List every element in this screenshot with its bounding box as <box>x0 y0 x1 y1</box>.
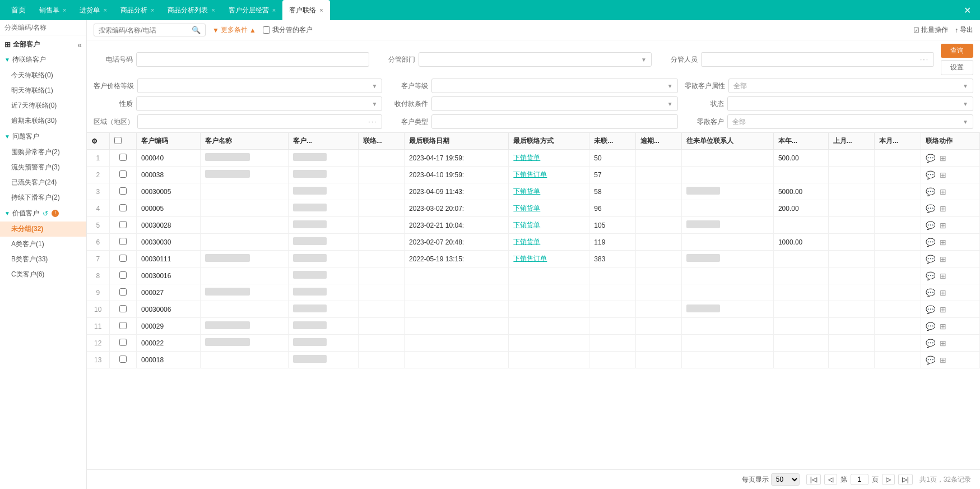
col-contact-person[interactable]: 往来单位联系人 <box>682 133 773 150</box>
row-checkbox[interactable] <box>119 288 127 296</box>
message-icon[interactable]: 💬 <box>926 221 935 230</box>
grid-action-icon[interactable]: ⊞ <box>940 271 946 280</box>
row-checkbox-cell[interactable] <box>109 234 137 251</box>
dept-select[interactable]: ▼ <box>419 52 652 67</box>
sidebar-item-7days-pending[interactable]: 近7天待联络(0) <box>0 98 86 113</box>
col-code[interactable]: 客户编码 <box>137 133 201 150</box>
first-page-button[interactable]: |◁ <box>806 474 821 485</box>
per-page-select[interactable]: 50 20 100 <box>771 473 800 486</box>
batch-ops-button[interactable]: ☑ 批量操作 <box>913 25 948 35</box>
collapse-icon[interactable]: « <box>77 40 82 49</box>
message-icon[interactable]: 💬 <box>926 154 935 163</box>
my-customers-checkbox[interactable]: 我分管的客户 <box>263 25 313 35</box>
row-checkbox-cell[interactable] <box>109 200 137 217</box>
row-checkbox-cell[interactable] <box>109 167 137 183</box>
message-icon[interactable]: 💬 <box>926 356 935 365</box>
message-icon[interactable]: 💬 <box>926 255 935 264</box>
message-icon[interactable]: 💬 <box>926 339 935 348</box>
grid-action-icon[interactable]: ⊞ <box>940 221 946 230</box>
close-icon[interactable]: × <box>63 7 66 13</box>
grid-action-icon[interactable]: ⊞ <box>940 305 946 314</box>
message-icon[interactable]: 💬 <box>926 271 935 280</box>
tab-customer-contact[interactable]: 客户联络 × <box>282 0 329 20</box>
grid-action-icon[interactable]: ⊞ <box>940 356 946 365</box>
grid-action-icon[interactable]: ⊞ <box>940 255 946 264</box>
sidebar-item-ungroup[interactable]: 未分组(32) <box>0 222 86 237</box>
grid-action-icon[interactable]: ⊞ <box>940 170 946 179</box>
filter-search-icon[interactable]: 🔍 <box>192 26 201 34</box>
col-last-month[interactable]: 上月... <box>828 133 875 150</box>
ellipsis-icon[interactable]: ··· <box>920 56 929 63</box>
sidebar-search-input[interactable] <box>4 24 87 31</box>
retail-attr-select[interactable]: 全部 ▼ <box>728 79 973 93</box>
row-checkbox-cell[interactable] <box>109 352 137 368</box>
close-icon[interactable]: × <box>151 7 154 13</box>
col-not-contacted[interactable]: 未联... <box>589 133 636 150</box>
row-checkbox-cell[interactable] <box>109 183 137 200</box>
col-name[interactable]: 客户名称 <box>200 133 288 150</box>
row-checkbox[interactable] <box>119 154 127 161</box>
grid-action-icon[interactable]: ⊞ <box>940 238 946 247</box>
message-icon[interactable]: 💬 <box>926 305 935 314</box>
filter-search-input[interactable] <box>99 26 192 34</box>
sidebar-item-overdue[interactable]: 逾期未联络(30) <box>0 113 86 128</box>
tab-product-analysis-list[interactable]: 商品分析列表 × <box>161 0 221 20</box>
row-checkbox[interactable] <box>119 204 127 211</box>
sidebar-item-churned[interactable]: 已流失客户(24) <box>0 175 86 190</box>
nav-home[interactable]: 首页 <box>4 5 32 15</box>
message-icon[interactable]: 💬 <box>926 238 935 247</box>
row-checkbox[interactable] <box>119 356 127 363</box>
sidebar-item-class-a[interactable]: A类客户(1) <box>0 237 86 252</box>
phone-input[interactable] <box>136 52 369 67</box>
message-icon[interactable]: 💬 <box>926 187 935 196</box>
grid-action-icon[interactable]: ⊞ <box>940 339 946 348</box>
query-button[interactable]: 查询 <box>941 44 973 58</box>
export-button[interactable]: ↑ 导出 <box>955 25 973 35</box>
prev-page-button[interactable]: ◁ <box>824 474 837 485</box>
col-this-month[interactable]: 本月... <box>875 133 921 150</box>
row-checkbox[interactable] <box>119 322 127 329</box>
close-icon[interactable]: × <box>211 7 215 13</box>
sidebar-item-tomorrow-pending[interactable]: 明天待联络(1) <box>0 83 86 98</box>
tab-product-analysis[interactable]: 商品分析 × <box>114 0 161 20</box>
select-all-checkbox[interactable] <box>114 137 122 144</box>
col-customer-detail[interactable]: 客户... <box>288 133 358 150</box>
row-checkbox[interactable] <box>119 187 127 195</box>
row-checkbox[interactable] <box>119 339 127 346</box>
page-number-input[interactable] <box>851 474 868 485</box>
row-checkbox[interactable] <box>119 305 127 312</box>
customer-level-select[interactable]: ▼ <box>431 79 677 93</box>
sidebar-item-declining[interactable]: 持续下滑客户(2) <box>0 190 86 205</box>
close-icon[interactable]: × <box>319 7 323 13</box>
row-checkbox-cell[interactable] <box>109 335 137 352</box>
grid-action-icon[interactable]: ⊞ <box>940 322 946 331</box>
grid-action-icon[interactable]: ⊞ <box>940 204 946 213</box>
sidebar-item-class-c[interactable]: C类客户(6) <box>0 267 86 282</box>
payment-select[interactable]: ▼ <box>431 96 677 111</box>
sidebar-item-today-pending[interactable]: 今天待联络(0) <box>0 68 86 83</box>
message-icon[interactable]: 💬 <box>926 170 935 179</box>
price-level-select[interactable]: ▼ <box>137 79 382 93</box>
sidebar-search-bar[interactable]: 🔍 <box>0 20 86 35</box>
settings-icon[interactable]: ⚙ <box>91 137 97 145</box>
status-select[interactable]: ▼ <box>727 96 973 111</box>
grid-action-icon[interactable]: ⊞ <box>940 154 946 163</box>
next-page-button[interactable]: ▷ <box>882 474 895 485</box>
row-checkbox-cell[interactable] <box>109 150 137 167</box>
close-icon[interactable]: × <box>272 7 276 13</box>
close-icon[interactable]: × <box>103 7 106 13</box>
grid-action-icon[interactable]: ⊞ <box>940 187 946 196</box>
col-last-date[interactable]: 最后联络日期 <box>405 133 509 150</box>
sidebar-item-churn-warning[interactable]: 流失预警客户(3) <box>0 160 86 175</box>
row-checkbox[interactable] <box>119 221 127 228</box>
ellipsis-icon[interactable]: ··· <box>368 118 377 126</box>
window-close-button[interactable]: ✕ <box>959 5 976 16</box>
last-page-button[interactable]: ▷| <box>898 474 913 485</box>
sidebar-group-value[interactable]: ▼ 价值客户 ↺ ! <box>0 205 86 222</box>
retail-customer-select[interactable]: 全部 ▼ <box>727 114 973 129</box>
sidebar-item-class-b[interactable]: B类客户(33) <box>0 252 86 267</box>
customer-type-select[interactable] <box>431 114 677 129</box>
message-icon[interactable]: 💬 <box>926 204 935 213</box>
row-checkbox-cell[interactable] <box>109 267 137 284</box>
message-icon[interactable]: 💬 <box>926 288 935 297</box>
